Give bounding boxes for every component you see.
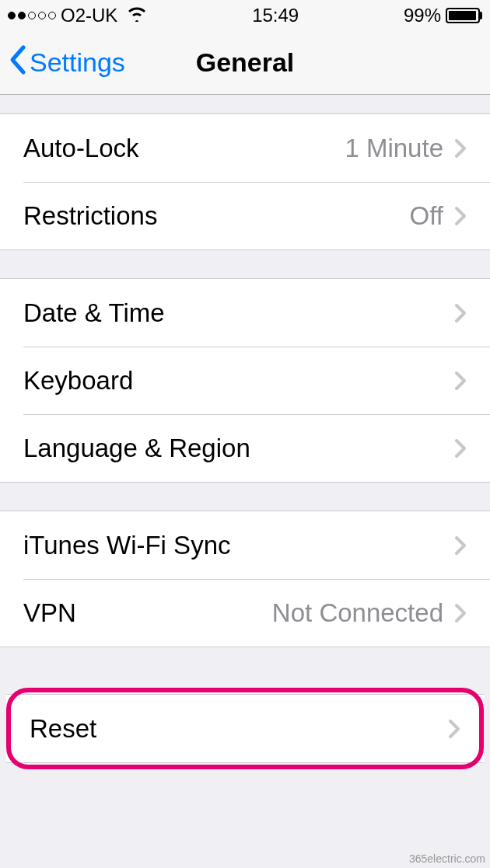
nav-bar: Settings General <box>0 31 490 95</box>
chevron-right-icon <box>454 303 467 323</box>
carrier-label: O2-UK <box>61 5 117 26</box>
clock-label: 15:49 <box>252 5 299 26</box>
cell-value: Not Connected <box>272 598 443 628</box>
cell-restrictions[interactable]: Restrictions Off <box>0 182 490 249</box>
cell-label: Date & Time <box>23 298 454 328</box>
cell-language-region[interactable]: Language & Region <box>0 414 490 482</box>
status-right: 99% <box>404 5 482 26</box>
chevron-right-icon <box>454 535 467 556</box>
cell-value: 1 Minute <box>345 134 443 163</box>
settings-group: iTunes Wi-Fi Sync VPN Not Connected <box>0 511 490 647</box>
chevron-left-icon <box>8 44 26 82</box>
signal-strength-icon <box>8 12 56 19</box>
cell-itunes-wifi-sync[interactable]: iTunes Wi-Fi Sync <box>0 511 490 579</box>
settings-group: Date & Time Keyboard Language & Region <box>0 278 490 483</box>
chevron-right-icon <box>454 438 467 458</box>
battery-percent-label: 99% <box>404 5 441 26</box>
cell-vpn[interactable]: VPN Not Connected <box>0 579 490 647</box>
cell-label: VPN <box>23 598 272 628</box>
cell-label: Language & Region <box>23 434 454 463</box>
wifi-icon <box>127 5 147 26</box>
chevron-right-icon <box>454 138 467 159</box>
page-title: General <box>196 47 295 78</box>
watermark-label: 365electric.com <box>409 852 485 865</box>
highlighted-area: Reset <box>0 694 490 763</box>
chevron-right-icon <box>448 719 460 739</box>
cell-value: Off <box>410 201 443 231</box>
status-left: O2-UK <box>8 5 147 26</box>
cell-label: Reset <box>30 714 448 744</box>
back-button[interactable]: Settings <box>0 44 125 82</box>
cell-label: iTunes Wi-Fi Sync <box>23 531 454 560</box>
chevron-right-icon <box>454 206 467 226</box>
back-label: Settings <box>30 47 125 78</box>
cell-auto-lock[interactable]: Auto-Lock 1 Minute <box>0 114 490 182</box>
cell-label: Restrictions <box>23 201 410 231</box>
settings-group: Auto-Lock 1 Minute Restrictions Off <box>0 113 490 250</box>
cell-date-time[interactable]: Date & Time <box>0 279 490 347</box>
status-bar: O2-UK 15:49 99% <box>0 0 490 31</box>
cell-keyboard[interactable]: Keyboard <box>0 347 490 414</box>
battery-icon <box>446 8 482 23</box>
chevron-right-icon <box>454 371 467 391</box>
cell-label: Keyboard <box>23 366 454 396</box>
cell-label: Auto-Lock <box>23 134 345 163</box>
chevron-right-icon <box>454 603 467 623</box>
cell-reset[interactable]: Reset <box>6 695 484 762</box>
